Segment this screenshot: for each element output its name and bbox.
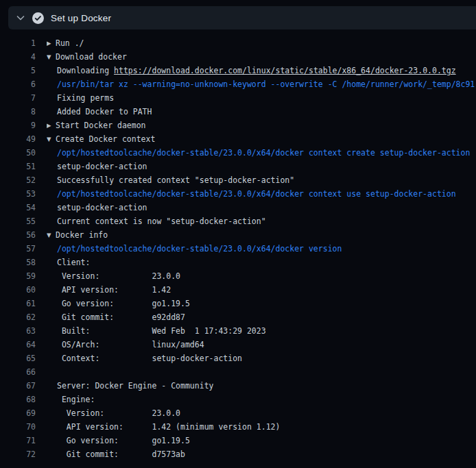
line-text: Go version: go1.19.5 (47, 434, 190, 447)
line-number[interactable]: 52 (0, 173, 36, 187)
group-expanded-icon[interactable]: ▼ (47, 228, 56, 242)
log-line: 5Downloading https://download.docker.com… (0, 64, 476, 77)
log-line[interactable]: 49▼Create Docker context (0, 132, 476, 146)
log-link[interactable]: https://download.docker.com/linux/static… (114, 66, 456, 75)
line-number[interactable]: 68 (0, 393, 36, 406)
line-number[interactable]: 70 (0, 420, 36, 434)
line-number[interactable]: 4 (0, 50, 36, 64)
line-number[interactable]: 49 (0, 132, 36, 146)
line-text: Version: 23.0.0 (47, 406, 180, 420)
log-line: 65 Context: setup-docker-action (0, 352, 476, 365)
log-line: 64 OS/Arch: linux/amd64 (0, 338, 476, 352)
group-title[interactable]: Create Docker context (56, 134, 155, 144)
line-number[interactable]: 72 (0, 447, 36, 461)
log-line: 54setup-docker-action (0, 201, 476, 214)
log-line: 6/usr/bin/tar xz --warning=no-unknown-ke… (0, 77, 476, 91)
log-line: 51setup-docker-action (0, 160, 476, 173)
log-line: 63 Built: Wed Feb 1 17:43:29 2023 (0, 324, 476, 338)
line-number[interactable]: 65 (0, 352, 36, 365)
check-circle-icon (32, 12, 44, 24)
log-line: 59 Version: 23.0.0 (0, 269, 476, 283)
log-line: 53/opt/hostedtoolcache/docker-stable/23.… (0, 187, 476, 201)
line-number[interactable]: 67 (0, 379, 36, 393)
line-number[interactable]: 69 (0, 406, 36, 420)
line-number[interactable]: 8 (0, 105, 36, 119)
line-number[interactable]: 59 (0, 269, 36, 283)
log-line[interactable]: 9▶Start Docker daemon (0, 119, 476, 132)
line-text: Go version: go1.19.5 (47, 297, 190, 310)
log-line: 61 Go version: go1.19.5 (0, 297, 476, 310)
group-collapsed-icon[interactable]: ▶ (47, 119, 56, 132)
log-line: 60 API version: 1.42 (0, 283, 476, 297)
log-line: 68 Engine: (0, 393, 476, 406)
line-text: setup-docker-action (47, 160, 147, 173)
command-text: /opt/hostedtoolcache/docker-stable/23.0.… (47, 242, 342, 256)
step-header[interactable]: Set up Docker (8, 6, 476, 29)
log-line[interactable]: 4▼Download docker (0, 50, 476, 64)
log-line: 72 Git commit: d7573ab (0, 447, 476, 461)
chevron-down-icon[interactable] (15, 12, 26, 23)
line-text: Git commit: e92dd87 (47, 310, 185, 324)
log-line[interactable]: 56▼Docker info (0, 228, 476, 242)
log-line: 58Client: (0, 256, 476, 269)
line-text: Context: setup-docker-action (47, 352, 242, 365)
line-number[interactable]: 55 (0, 214, 36, 228)
line-text: OS/Arch: linux/amd64 (47, 338, 204, 352)
line-text: Version: 23.0.0 (47, 269, 180, 283)
line-number[interactable]: 56 (0, 228, 36, 242)
log-line: 7Fixing perms (0, 91, 476, 105)
line-number[interactable]: 53 (0, 187, 36, 201)
line-number[interactable]: 62 (0, 310, 36, 324)
line-text: Downloading https://download.docker.com/… (47, 64, 456, 77)
line-text: Built: Wed Feb 1 17:43:29 2023 (47, 324, 266, 338)
group-title[interactable]: Run ./ (56, 38, 84, 48)
log-area: 1▶Run ./4▼Download docker5Downloading ht… (0, 29, 476, 461)
group-expanded-icon[interactable]: ▼ (47, 132, 56, 146)
line-number[interactable]: 9 (0, 119, 36, 132)
line-number[interactable]: 58 (0, 256, 36, 269)
line-number[interactable]: 7 (0, 91, 36, 105)
line-number[interactable]: 6 (0, 77, 36, 91)
line-text: Downloading (57, 66, 114, 75)
group-collapsed-icon[interactable]: ▶ (47, 36, 56, 50)
log-line: 52Successfully created context "setup-do… (0, 173, 476, 187)
line-text: Current context is now "setup-docker-act… (47, 214, 266, 228)
line-number[interactable]: 1 (0, 36, 36, 50)
line-number[interactable]: 54 (0, 201, 36, 214)
line-number[interactable]: 63 (0, 324, 36, 338)
group-row-content: ▼Docker info (47, 228, 108, 242)
line-number[interactable]: 66 (0, 365, 36, 379)
group-row-content: ▶Start Docker daemon (47, 119, 146, 132)
group-row-content: ▼Create Docker context (47, 132, 155, 146)
line-number[interactable]: 64 (0, 338, 36, 352)
line-text: Successfully created context "setup-dock… (47, 173, 294, 187)
command-text: /opt/hostedtoolcache/docker-stable/23.0.… (47, 187, 456, 201)
line-number[interactable]: 57 (0, 242, 36, 256)
line-number[interactable]: 71 (0, 434, 36, 447)
group-row-content: ▼Download docker (47, 50, 127, 64)
log-line: 62 Git commit: e92dd87 (0, 310, 476, 324)
group-title[interactable]: Download docker (56, 52, 127, 62)
line-number[interactable]: 51 (0, 160, 36, 173)
log-line: 70 API version: 1.42 (minimum version 1.… (0, 420, 476, 434)
line-number[interactable]: 5 (0, 64, 36, 77)
command-text: /usr/bin/tar xz --warning=no-unknown-key… (47, 77, 475, 91)
line-text: Server: Docker Engine - Community (47, 379, 213, 393)
line-text: API version: 1.42 (minimum version 1.12) (47, 420, 280, 434)
line-text: Engine: (47, 393, 95, 406)
line-text: API version: 1.42 (47, 283, 171, 297)
group-title[interactable]: Docker info (56, 230, 108, 240)
line-number[interactable]: 60 (0, 283, 36, 297)
log-line: 50/opt/hostedtoolcache/docker-stable/23.… (0, 146, 476, 160)
group-expanded-icon[interactable]: ▼ (47, 50, 56, 64)
command-text: /opt/hostedtoolcache/docker-stable/23.0.… (47, 146, 470, 160)
log-line[interactable]: 1▶Run ./ (0, 36, 476, 50)
step-title: Set up Docker (51, 13, 111, 23)
line-text: Client: (47, 256, 90, 269)
line-number[interactable]: 61 (0, 297, 36, 310)
log-line: 69 Version: 23.0.0 (0, 406, 476, 420)
log-line: 8Added Docker to PATH (0, 105, 476, 119)
line-number[interactable]: 50 (0, 146, 36, 160)
group-title[interactable]: Start Docker daemon (56, 121, 146, 130)
group-row-content: ▶Run ./ (47, 36, 84, 50)
